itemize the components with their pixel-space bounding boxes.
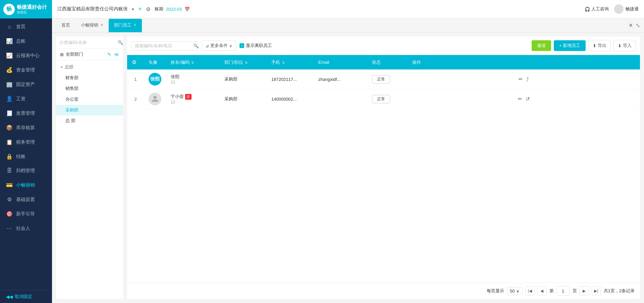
- unpin-label: 取消固定: [15, 294, 32, 300]
- dept-header-left: ⊞ 全部部门: [60, 51, 83, 57]
- unpin-button[interactable]: ◀◀ 取消固定: [0, 290, 52, 303]
- dept-collapse-icon[interactable]: ≪: [114, 52, 119, 57]
- user-avatar: [614, 4, 624, 14]
- avatar-1: [149, 93, 161, 105]
- guide-icon: 🎯: [6, 211, 13, 217]
- tab-expense[interactable]: 小畅报销 ✕: [75, 19, 109, 32]
- triangle-icon: ▼: [60, 65, 63, 69]
- page-unit-label: 页: [573, 288, 577, 294]
- per-page-select[interactable]: 50 ∨: [507, 287, 522, 295]
- sidebar-item-payroll[interactable]: 👤 工资: [0, 92, 52, 106]
- page-number-input[interactable]: [556, 286, 570, 296]
- sidebar-item-archive[interactable]: 🗄 归档管理: [0, 164, 52, 178]
- tab-dept[interactable]: 部门员工 ✕: [109, 19, 142, 32]
- inventory-icon: 📦: [6, 124, 13, 131]
- name-badge-1: 宁小壹 应: [171, 94, 215, 100]
- employee-search-input[interactable]: [135, 43, 191, 48]
- last-page-button[interactable]: ▶|: [592, 286, 601, 296]
- table-header-row: ⚙ 头像 姓名/编码 ⇅ 部门/职位 ⇅: [127, 55, 640, 69]
- next-page-button[interactable]: ▶: [580, 286, 589, 296]
- dept-purchasing-label: 采购部: [65, 107, 78, 113]
- first-page-button[interactable]: |◀: [525, 286, 535, 296]
- page-prefix-label: 第: [549, 288, 554, 294]
- tab-expense-close-icon[interactable]: ✕: [100, 23, 103, 27]
- invite-button[interactable]: 邀请: [532, 40, 551, 51]
- dept-node-purchasing[interactable]: 采购部: [56, 105, 123, 115]
- name-sort-icon: ⇅: [191, 61, 194, 64]
- dept-all-label[interactable]: 全部部门: [66, 51, 83, 57]
- dept-search-icon[interactable]: 🔍: [118, 40, 123, 45]
- dept-office-label: 办公室: [65, 96, 78, 102]
- pagination: 每页显示 50 ∨ |◀ ◀ 第 页 ▶ ▶| 共1页，2条记录: [127, 283, 640, 299]
- th-name[interactable]: 姓名/编码 ⇅: [166, 55, 220, 69]
- tab-home[interactable]: 首页: [56, 19, 75, 32]
- payroll-icon: 👤: [6, 96, 13, 102]
- page-content: 🔍 ⊞ 全部部门 ✎ ≪ ▼ 总部 财务部: [52, 33, 644, 303]
- sidebar-item-inventory[interactable]: 📦 库存核算: [0, 120, 52, 135]
- sidebar-item-general-ledger[interactable]: 📊 总账: [0, 34, 52, 48]
- dept-node-finance[interactable]: 财务部: [56, 72, 123, 83]
- filter-button[interactable]: ⊿ 更多条件 ∨: [202, 41, 236, 51]
- sidebar-item-basic-settings[interactable]: ⚙ 基础设置: [0, 192, 52, 207]
- service-button[interactable]: 🎧 人工咨询: [585, 6, 609, 12]
- sidebar-item-expense[interactable]: 💳 小畅报销: [0, 178, 52, 192]
- sidebar-item-funds[interactable]: 💰 资金管理: [0, 63, 52, 77]
- sidebar-item-tax[interactable]: 📋 税务管理: [0, 135, 52, 149]
- import-label: 导入: [623, 43, 632, 49]
- show-resigned-label: 显示离职员工: [246, 43, 272, 49]
- emp-code-1: 12: [171, 100, 215, 104]
- show-resigned-checkbox-label[interactable]: ✓ 显示离职员工: [239, 43, 272, 49]
- sidebar-item-home[interactable]: ⌂ 首页: [0, 20, 52, 34]
- unpin-icon: ◀◀: [6, 294, 13, 299]
- add-employee-button[interactable]: + 新增员工: [554, 40, 586, 51]
- dept-node-sales[interactable]: 销售部: [56, 83, 123, 94]
- sidebar-item-guide[interactable]: 🎯 新手引导: [0, 207, 52, 221]
- user-profile[interactable]: 畅捷通: [614, 4, 639, 14]
- sidebar-item-reports[interactable]: 📈 云报表中心: [0, 48, 52, 63]
- calendar-icon[interactable]: 📅: [184, 7, 190, 12]
- dept-panel: 🔍 ⊞ 全部部门 ✎ ≪ ▼ 总部 财务部: [56, 37, 123, 299]
- show-resigned-checkbox[interactable]: ✓: [239, 43, 244, 48]
- sidebar-item-settings-label: 基础设置: [16, 197, 35, 203]
- topbar-settings-icon[interactable]: ⚙: [146, 6, 151, 12]
- maximize-window-icon[interactable]: ⤡: [636, 22, 640, 29]
- settings-gear-icon[interactable]: ⚙: [132, 59, 137, 65]
- th-phone[interactable]: 手机 ⇅: [267, 55, 314, 69]
- add-company-button[interactable]: +: [138, 6, 142, 13]
- th-dept[interactable]: 部门/职位 ⇅: [220, 55, 267, 69]
- dept-search-input[interactable]: [59, 40, 116, 45]
- sidebar-item-more[interactable]: ⋯ 社会人: [0, 221, 52, 236]
- dept-node-zongbu-parent[interactable]: ▼ 总部: [56, 62, 123, 72]
- status-badge-1: 正常: [372, 95, 390, 103]
- search-icon[interactable]: 🔍: [193, 43, 199, 48]
- logo-text-area: 畅捷通好会计 旗舰版: [17, 4, 47, 15]
- import-button[interactable]: ⬇ 导入: [613, 40, 636, 51]
- tab-dept-close-icon[interactable]: ✕: [133, 23, 137, 27]
- sidebar-item-fixed-assets[interactable]: 🏢 固定资产: [0, 77, 52, 92]
- delete-button-1[interactable]: ↺: [526, 96, 530, 102]
- dept-node-zongbu-child[interactable]: 总 部: [56, 115, 123, 126]
- name-badge-0: 张熙: [171, 74, 215, 80]
- prev-page-button[interactable]: ◀: [537, 286, 547, 296]
- company-dropdown-icon[interactable]: ▾: [132, 7, 134, 12]
- cell-dept-1: 采购部: [220, 89, 267, 109]
- th-status: 状态: [367, 55, 408, 69]
- delete-button-0[interactable]: ⤴: [526, 77, 529, 82]
- sidebar-nav: ⌂ 首页 📊 总账 📈 云报表中心 💰 资金管理 🏢 固定资产 👤 工资 🧾 发…: [0, 18, 52, 290]
- service-label: 人工咨询: [591, 6, 609, 12]
- dept-node-office[interactable]: 办公室: [56, 94, 123, 105]
- dept-zongbu2-label: 总 部: [65, 118, 75, 124]
- edit-button-1[interactable]: ✏: [518, 96, 522, 102]
- sidebar-item-closing[interactable]: 🔒 结账: [0, 149, 52, 164]
- dept-sort-icon: ⇅: [245, 61, 248, 64]
- period-label: 账期 2023-03 📅: [155, 6, 190, 12]
- cell-status-0: 正常: [367, 69, 408, 89]
- table-row: 2 宁小壹 应 12 采购部 140000002... 正常 ✏ ↺: [127, 89, 640, 109]
- close-window-icon[interactable]: ✕: [629, 22, 633, 29]
- export-button[interactable]: ⬆ 导出: [588, 40, 611, 51]
- sidebar-item-invoices[interactable]: 🧾 发票管理: [0, 106, 52, 120]
- sidebar-item-gl-label: 总账: [16, 38, 25, 44]
- emp-name-0: 张熙: [171, 74, 179, 80]
- edit-button-0[interactable]: ✏: [519, 76, 523, 82]
- dept-edit-icon[interactable]: ✎: [107, 52, 111, 57]
